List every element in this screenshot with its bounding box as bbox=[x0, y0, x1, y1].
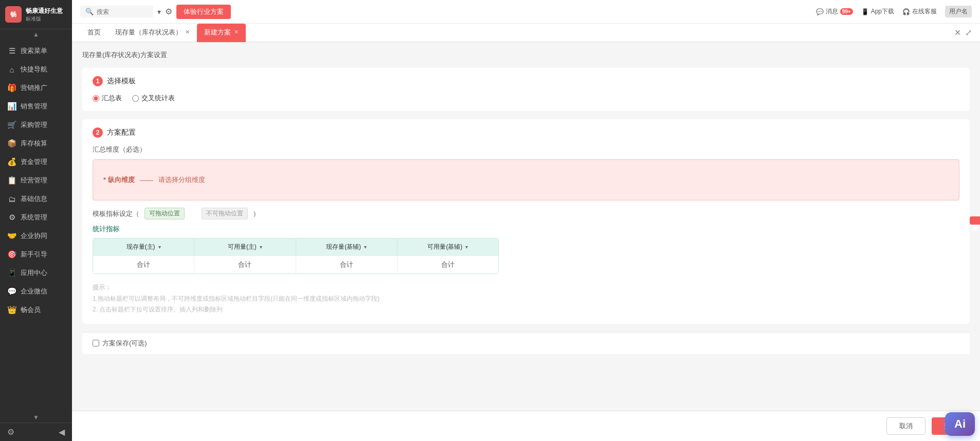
inventory-icon: 📦 bbox=[7, 139, 16, 148]
topbar-user-avatar[interactable]: 用户名 bbox=[945, 6, 972, 17]
message-badge: 99+ bbox=[840, 8, 853, 15]
new-guide-icon: 🎯 bbox=[7, 250, 16, 259]
col-2-chevron[interactable]: ▾ bbox=[364, 244, 367, 250]
service-icon: 🎧 bbox=[902, 8, 910, 15]
tabs-bar: 首页 现存量（库存状况表） ✕ 新建方案 ✕ ✕ ⤢ bbox=[72, 24, 980, 42]
dimension-box[interactable]: * 纵向维度 —— 请选择分组维度 bbox=[93, 159, 959, 200]
tips-section: 提示： 1.拖动标题栏可以调整布局，不可跨维度或指标区域拖动栏目字段(只能在同一… bbox=[93, 282, 959, 316]
sidebar-item-inventory[interactable]: 📦 库存核算 bbox=[0, 134, 72, 153]
topbar-right: 💬 消息 99+ 📱 App下载 🎧 在线客服 用户名 bbox=[816, 6, 972, 17]
content-area: 现存量(库存状况表)方案设置 1 选择模板 汇总表 交叉统计表 2 bbox=[72, 42, 980, 411]
tab-inventory-close-icon[interactable]: ✕ bbox=[185, 29, 190, 35]
topbar-dropdown-button[interactable]: ▾ bbox=[157, 8, 161, 16]
stats-table-row-0: 合计 合计 合计 合计 bbox=[93, 255, 498, 273]
sidebar-item-marketing[interactable]: 🎁 营销推广 bbox=[0, 79, 72, 97]
app-icon: 📱 bbox=[861, 8, 869, 15]
logo-icon: 畅 bbox=[5, 6, 22, 23]
sidebar-item-wechat[interactable]: 💬 企业微信 bbox=[0, 282, 72, 301]
sidebar-item-operations[interactable]: 📋 经营管理 bbox=[0, 171, 72, 190]
step1-badge: 1 bbox=[93, 76, 103, 86]
topbar-search-box[interactable]: 🔍 bbox=[80, 6, 153, 17]
tab-inventory-status[interactable]: 现存量（库存状况表） ✕ bbox=[108, 24, 197, 42]
sidebar-logo: 畅 畅康通好生意 标准版 bbox=[0, 0, 72, 29]
tab-actions: ✕ ⤢ bbox=[954, 28, 972, 38]
tab-close-button[interactable]: ✕ bbox=[954, 28, 961, 38]
template-cross-option[interactable]: 交叉统计表 bbox=[132, 94, 175, 103]
message-icon: 💬 bbox=[816, 8, 824, 15]
topbar-gear-button[interactable]: ⚙ bbox=[165, 7, 172, 16]
sales-icon: 📊 bbox=[7, 102, 16, 111]
sidebar-collapse-button[interactable]: ◀ bbox=[59, 427, 65, 437]
topbar-app-download[interactable]: 📱 App下载 bbox=[861, 7, 894, 16]
app-center-icon: 📱 bbox=[7, 268, 16, 278]
tab-new-plan[interactable]: 新建方案 ✕ bbox=[197, 24, 246, 42]
basic-info-icon: 🗂 bbox=[7, 194, 16, 204]
sidebar-item-quick-nav[interactable]: ⌂ 快捷导航 bbox=[0, 60, 72, 79]
sidebar-item-system[interactable]: ⚙ 系统管理 bbox=[0, 208, 72, 227]
col-3-chevron[interactable]: ▾ bbox=[465, 244, 468, 250]
step1-title: 选择模板 bbox=[107, 77, 136, 86]
sidebar-item-purchase[interactable]: 🛒 采购管理 bbox=[0, 116, 72, 134]
step2-header: 2 方案配置 bbox=[93, 127, 959, 138]
member-icon: 👑 bbox=[7, 305, 16, 315]
bottom-bar: 取消 查询 bbox=[72, 411, 980, 441]
col-0-chevron[interactable]: ▾ bbox=[158, 244, 161, 250]
ai-float-button[interactable]: Ai bbox=[945, 412, 975, 436]
sidebar-scroll-up[interactable]: ▲ bbox=[0, 29, 72, 40]
tab-new-plan-close-icon[interactable]: ✕ bbox=[234, 29, 239, 35]
template-summary-option[interactable]: 汇总表 bbox=[93, 94, 122, 103]
main-area: 🔍 ▾ ⚙ 体验行业方案 💬 消息 99+ 📱 App下载 🎧 在线客服 用户名 bbox=[72, 0, 980, 441]
sidebar-scroll-down[interactable]: ▼ bbox=[0, 412, 72, 422]
col-1-chevron[interactable]: ▾ bbox=[260, 244, 262, 250]
enterprise-icon: 🤝 bbox=[7, 231, 16, 241]
stats-col-1[interactable]: 可用量(主) ▾ bbox=[194, 238, 296, 255]
indicator-settings-row: 模板指标设定（ 可拖动位置 不可拖动位置 ） bbox=[93, 208, 959, 219]
sidebar-footer: ⚙ ◀ bbox=[0, 422, 72, 441]
wechat-icon: 💬 bbox=[7, 287, 16, 296]
tip-item-0: 1.拖动标题栏可以调整布局，不可跨维度或指标区域拖动栏目字段(只能在同一维度或指… bbox=[93, 293, 959, 305]
save-checkbox[interactable] bbox=[93, 340, 99, 346]
topbar: 🔍 ▾ ⚙ 体验行业方案 💬 消息 99+ 📱 App下载 🎧 在线客服 用户名 bbox=[72, 0, 980, 24]
sidebar-settings-button[interactable]: ⚙ bbox=[7, 427, 14, 437]
sidebar-item-sales[interactable]: 📊 销售管理 bbox=[0, 97, 72, 116]
step1-header: 1 选择模板 bbox=[93, 76, 959, 86]
sidebar: 畅 畅康通好生意 标准版 ▲ ☰ 搜索菜单 ⌂ 快捷导航 🎁 营销推广 📊 销售… bbox=[0, 0, 72, 441]
stats-col-2[interactable]: 现存量(基辅) ▾ bbox=[296, 238, 397, 255]
dimension-placeholder: 请选择分组维度 bbox=[158, 175, 205, 185]
cross-radio[interactable] bbox=[132, 95, 139, 102]
topbar-message[interactable]: 💬 消息 99+ bbox=[816, 7, 853, 16]
tab-home[interactable]: 首页 bbox=[80, 24, 108, 42]
search-input[interactable] bbox=[97, 8, 148, 15]
sidebar-item-app-center[interactable]: 📱 应用中心 bbox=[0, 264, 72, 282]
quick-nav-icon: ⌂ bbox=[7, 65, 16, 74]
summary-radio[interactable] bbox=[93, 95, 99, 102]
sidebar-item-member[interactable]: 👑 畅会员 bbox=[0, 301, 72, 319]
not-draggable-chip: 不可拖动位置 bbox=[202, 208, 248, 219]
sidebar-item-enterprise[interactable]: 🤝 企业协同 bbox=[0, 227, 72, 245]
stats-table: 现存量(主) ▾ 可用量(主) ▾ 现存量(基辅) ▾ 可用量(基辅) ▾ bbox=[93, 238, 499, 274]
cancel-button[interactable]: 取消 bbox=[886, 417, 925, 435]
operations-icon: 📋 bbox=[7, 176, 16, 185]
stats-col-0[interactable]: 现存量(主) ▾ bbox=[93, 238, 194, 255]
right-side-float[interactable]: 反馈 bbox=[970, 216, 980, 225]
system-icon: ⚙ bbox=[7, 213, 16, 222]
finance-icon: 💰 bbox=[7, 157, 16, 167]
sidebar-item-finance[interactable]: 💰 资金管理 bbox=[0, 153, 72, 171]
sidebar-item-search-menu[interactable]: ☰ 搜索菜单 bbox=[0, 42, 72, 60]
topbar-online-service[interactable]: 🎧 在线客服 bbox=[902, 7, 937, 16]
topbar-left: 🔍 ▾ ⚙ 体验行业方案 bbox=[80, 5, 810, 19]
step2-card: 2 方案配置 汇总维度（必选） * 纵向维度 —— 请选择分组维度 模板指标设定… bbox=[82, 119, 970, 324]
step2-badge: 2 bbox=[93, 127, 103, 138]
tip-item-1: 2. 点击标题栏下拉可设置排序、插入列和删除列 bbox=[93, 304, 959, 316]
template-radio-group: 汇总表 交叉统计表 bbox=[93, 94, 959, 103]
logo-text: 畅康通好生意 标准版 bbox=[26, 7, 63, 23]
stats-cell-0-2: 合计 bbox=[296, 256, 397, 273]
stats-col-3[interactable]: 可用量(基辅) ▾ bbox=[397, 238, 498, 255]
tab-expand-button[interactable]: ⤢ bbox=[965, 28, 972, 38]
purchase-icon: 🛒 bbox=[7, 120, 16, 130]
topbar-trial-button[interactable]: 体验行业方案 bbox=[176, 5, 231, 19]
sidebar-item-new-guide[interactable]: 🎯 新手引导 bbox=[0, 245, 72, 264]
sidebar-item-basic-info[interactable]: 🗂 基础信息 bbox=[0, 190, 72, 208]
stats-cell-0-1: 合计 bbox=[194, 256, 296, 273]
draggable-chip: 可拖动位置 bbox=[144, 208, 185, 219]
